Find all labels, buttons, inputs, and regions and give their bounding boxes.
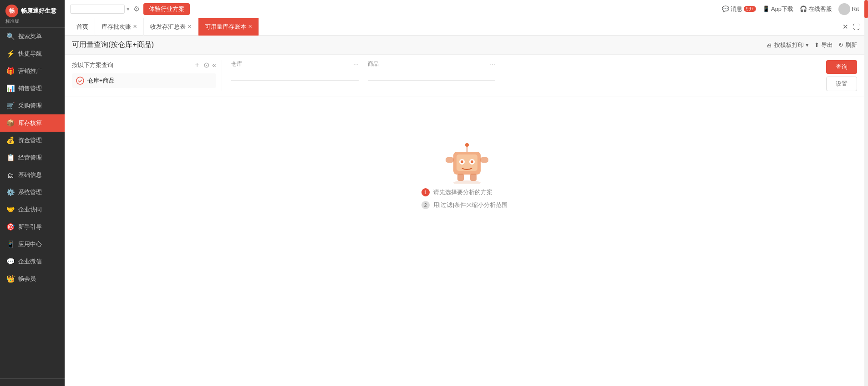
brand-edition: 标准版: [5, 18, 59, 25]
sidebar-item-basic[interactable]: 🗂 基础信息: [0, 166, 65, 184]
sidebar-item-shortcut[interactable]: ⚡ 快捷导航: [0, 45, 65, 62]
sidebar-item-search[interactable]: 🔍 搜索菜单: [0, 28, 65, 45]
sidebar-label-member: 畅会员: [18, 275, 36, 283]
message-icon: 💬: [722, 5, 729, 12]
sidebar-label-appcenter: 应用中心: [18, 240, 42, 248]
tab-available[interactable]: 可用量库存账本 ✕: [198, 18, 259, 36]
sidebar-label-marketing: 营销推广: [18, 67, 42, 75]
page-header: 可用量查询(按仓库+商品) 🖨 按模板打印 ▾ ⬆ 导出 ↻ 刷新: [65, 36, 864, 55]
tip-text-1: 请先选择要分析的方案: [433, 188, 492, 196]
sidebar-icon-sales: 📊: [6, 84, 15, 93]
tabs-close-btn[interactable]: ✕: [843, 23, 848, 31]
print-btn[interactable]: 🖨 按模板打印 ▾: [766, 41, 809, 49]
breadcrumb-input[interactable]: [70, 5, 125, 14]
svg-point-0: [76, 77, 84, 84]
industry-btn[interactable]: 体验行业方案: [143, 3, 190, 15]
refresh-btn[interactable]: ↻ 刷新: [838, 41, 857, 49]
svg-rect-9: [457, 174, 464, 181]
message-btn[interactable]: 💬 消息 99+: [722, 5, 756, 13]
svg-point-6: [471, 160, 473, 163]
tabs-right-controls: ✕ ⛶: [838, 23, 864, 31]
sidebar-item-member[interactable]: 👑 畅会员: [0, 270, 65, 288]
empty-tips: 1 请先选择要分析的方案 2 用[过滤]条件来缩小分析范围: [421, 188, 508, 209]
avatar: [838, 3, 850, 15]
settings-button[interactable]: 设置: [826, 77, 857, 91]
dropdown-icon[interactable]: ▾: [127, 5, 130, 12]
tip-num-1: 1: [421, 188, 430, 196]
sidebar-label-system: 系统管理: [18, 188, 42, 196]
sidebar-label-newguide: 新手引导: [18, 223, 42, 231]
warehouse-field: 仓库 ···: [231, 60, 359, 81]
message-badge: 99+: [744, 6, 756, 12]
breadcrumb: ▾: [70, 5, 130, 14]
service-btn[interactable]: 🎧 在线客服: [800, 5, 832, 13]
product-more-btn[interactable]: ···: [490, 61, 495, 68]
sidebar-item-appcenter[interactable]: 📱 应用中心: [0, 236, 65, 253]
svg-rect-7: [446, 157, 454, 163]
sidebar-item-sales[interactable]: 📊 销售管理: [0, 80, 65, 97]
sidebar-item-marketing[interactable]: 🎁 营销推广: [0, 62, 65, 80]
tab-batch[interactable]: 库存批次账 ✕: [95, 18, 144, 36]
add-scheme-btn[interactable]: ＋: [193, 60, 201, 70]
sidebar-item-newguide[interactable]: 🎯 新手引导: [0, 218, 65, 236]
sidebar-item-inventory[interactable]: 📦 库存核算: [0, 114, 65, 132]
sidebar-item-wxenterprise[interactable]: 💬 企业微信: [0, 253, 65, 270]
product-field: 商品 ···: [368, 60, 495, 81]
sidebar-icon-wxenterprise: 💬: [6, 257, 15, 266]
tab-home[interactable]: 首页: [70, 18, 95, 36]
summary-tab-close[interactable]: ✕: [188, 24, 192, 30]
print-dropdown-icon[interactable]: ▾: [806, 41, 809, 48]
sidebar-icon-marketing: 🎁: [6, 67, 15, 75]
scheme-item-warehouse-product[interactable]: 仓库+商品: [72, 73, 216, 88]
sidebar-item-finance[interactable]: 💰 资金管理: [0, 132, 65, 149]
sidebar-label-wxenterprise: 企业微信: [18, 257, 42, 266]
sidebar-label-operation: 经营管理: [18, 154, 42, 162]
batch-tab-label: 库存批次账: [102, 23, 131, 31]
sidebar-item-operation[interactable]: 📋 经营管理: [0, 149, 65, 166]
settings-scheme-btn[interactable]: ⊙: [203, 60, 209, 70]
sidebar-icon-finance: 💰: [6, 136, 15, 144]
app-download-btn[interactable]: 📱 App下载: [762, 5, 793, 13]
right-scrollbar[interactable]: [864, 0, 868, 386]
summary-tab-label: 收发存汇总表: [150, 23, 186, 31]
warehouse-label-text: 仓库: [231, 60, 242, 68]
sidebar-label-enterprise: 企业协同: [18, 206, 42, 214]
filter-scheme-actions: ＋ ⊙ «: [193, 60, 216, 70]
query-button[interactable]: 查询: [826, 60, 857, 74]
tip-num-2: 2: [421, 201, 430, 209]
batch-tab-close[interactable]: ✕: [133, 24, 137, 30]
header-actions: 🖨 按模板打印 ▾ ⬆ 导出 ↻ 刷新: [766, 41, 857, 49]
tabs-expand-btn[interactable]: ⛶: [853, 23, 860, 31]
sidebar-icon-inventory: 📦: [6, 119, 15, 127]
main-area: ▾ ⚙ 体验行业方案 💬 消息 99+ 📱 App下载 🎧 在线客服 Rit: [65, 0, 864, 386]
robot-svg: [442, 134, 492, 184]
page-content: 可用量查询(按仓库+商品) 🖨 按模板打印 ▾ ⬆ 导出 ↻ 刷新: [65, 36, 864, 386]
product-field-label: 商品 ···: [368, 60, 495, 68]
collapse-btn[interactable]: «: [212, 60, 216, 70]
sidebar-label-purchase: 采购管理: [18, 102, 42, 110]
warehouse-more-btn[interactable]: ···: [353, 61, 359, 68]
tab-summary[interactable]: 收发存汇总表 ✕: [144, 18, 198, 36]
warehouse-input[interactable]: [231, 70, 359, 81]
product-input[interactable]: [368, 70, 495, 81]
phone-icon: 📱: [762, 5, 770, 12]
sidebar-item-enterprise[interactable]: 🤝 企业协同: [0, 201, 65, 218]
export-btn[interactable]: ⬆ 导出: [814, 41, 833, 49]
svg-rect-10: [470, 174, 477, 181]
page-title: 可用量查询(按仓库+商品): [72, 40, 154, 50]
empty-tip-2: 2 用[过滤]条件来缩小分析范围: [421, 201, 508, 209]
empty-state: 1 请先选择要分析的方案 2 用[过滤]条件来缩小分析范围: [65, 97, 864, 246]
sidebar-label-sales: 销售管理: [18, 84, 42, 93]
filter-action-buttons: 查询 设置: [826, 60, 857, 91]
service-label: 在线客服: [808, 5, 832, 13]
svg-point-5: [461, 160, 463, 163]
sidebar-item-purchase[interactable]: 🛒 采购管理: [0, 97, 65, 114]
filter-area: 按以下方案查询 ＋ ⊙ « 仓库+商品: [65, 55, 864, 97]
available-tab-close[interactable]: ✕: [248, 24, 252, 30]
sidebar-item-system[interactable]: ⚙️ 系统管理: [0, 184, 65, 201]
user-area[interactable]: Rit: [838, 3, 859, 15]
gear-button[interactable]: ⚙: [133, 5, 140, 13]
sidebar-icon-member: 👑: [6, 275, 15, 283]
sidebar-header: 畅 畅康通好生意 标准版: [0, 0, 65, 28]
filter-scheme-header: 按以下方案查询 ＋ ⊙ «: [72, 60, 216, 70]
